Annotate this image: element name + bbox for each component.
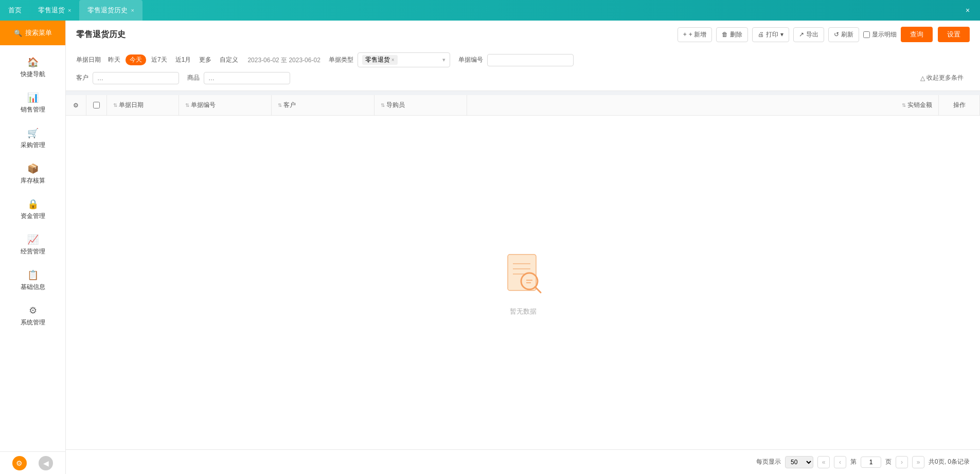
export-label: 导出 [806,30,818,39]
customer-input[interactable] [93,72,179,84]
sort-guide-icon: ⇅ [381,102,385,108]
search-icon: 🔍 [14,29,22,37]
sidebar-item-operations[interactable]: 📈 经营管理 [3,228,62,262]
collapse-label: 收起更多条件 [926,74,964,82]
gear-icon: ⚙ [73,102,79,109]
top-bar: 首页 零售退货 × 零售退货历史 × × [0,0,980,21]
system-mgmt-icon: ⚙ [29,305,37,316]
sidebar-item-sales-mgmt[interactable]: 📊 销售管理 [3,86,62,120]
sidebar-item-basic-info[interactable]: 📋 基础信息 [3,263,62,298]
tab-retail-return-history-close[interactable]: × [131,7,134,13]
th-customer-label: 客户 [283,101,296,110]
customer-label: 客户 [76,74,88,82]
main-layout: 🔍 搜索菜单 🏠 快捷导航 📊 销售管理 🛒 采购管理 📦 库存核算 🔒 [0,21,980,474]
date-btn-yesterday[interactable]: 昨天 [105,54,123,65]
th-guide[interactable]: ⇅ 导购员 [375,95,467,115]
sidebar-item-purchase-mgmt[interactable]: 🛒 采购管理 [3,121,62,156]
per-page-label: 每页显示 [756,458,781,466]
sidebar-item-quick-nav[interactable]: 🏠 快捷导航 [3,50,62,85]
tab-retail-return-history-label: 零售退货历史 [87,6,128,15]
print-icon: 🖨 [758,31,764,38]
sidebar-item-inventory[interactable]: 📦 库存核算 [3,157,62,191]
th-ops-label: 操作 [953,101,966,110]
new-button[interactable]: + + 新增 [678,27,712,42]
collapse-button[interactable]: △ 收起更多条件 [914,71,970,84]
prev-page-button[interactable]: ‹ [834,456,846,468]
sidebar-item-inventory-label: 库存核算 [21,176,45,185]
th-guide-label: 导购员 [386,101,405,110]
refresh-button[interactable]: ↺ 刷新 [828,27,859,42]
sidebar-item-quick-nav-label: 快捷导航 [21,70,45,79]
date-btn-1month[interactable]: 近1月 [172,54,194,65]
doc-type-select[interactable]: 零售退货 × ▾ [358,52,450,67]
show-detail-checkbox[interactable] [863,31,870,38]
next-page-button[interactable]: › [896,456,908,468]
doc-type-tag: 零售退货 × [362,55,398,65]
th-docno[interactable]: ⇅ 单据编号 [179,95,272,115]
filter-area: 单据日期 昨天 今天 近7天 近1月 更多 自定义 2023-06-02 至 2… [76,48,970,90]
th-checkbox[interactable] [86,95,107,115]
sales-icon: 📊 [27,92,39,103]
sidebar-bottom: ⚙ ◀ [0,451,65,474]
page-input[interactable] [861,457,881,468]
sidebar-item-system-mgmt-label: 系统管理 [21,318,45,327]
window-close-button[interactable]: × [964,6,972,14]
empty-state: 暂无数据 [66,116,980,449]
doc-no-input[interactable] [487,54,574,66]
sidebar-item-finance[interactable]: 🔒 资金管理 [3,192,62,227]
query-button[interactable]: 查询 [901,27,933,42]
th-ops: 操作 [939,95,980,115]
first-page-button[interactable]: « [817,456,830,468]
last-page-button[interactable]: » [912,456,924,468]
doc-type-tag-remove[interactable]: × [391,57,395,63]
th-date[interactable]: ⇅ 单据日期 [107,95,179,115]
tab-retail-return-close[interactable]: × [68,7,71,13]
sort-docno-icon: ⇅ [185,102,189,108]
goods-input[interactable] [204,72,290,84]
tab-home[interactable]: 首页 [0,0,30,21]
date-btn-7days[interactable]: 近7天 [148,54,170,65]
empty-text: 暂无数据 [510,307,537,316]
show-detail-label: 显示明细 [872,30,897,39]
sidebar: 🔍 搜索菜单 🏠 快捷导航 📊 销售管理 🛒 采购管理 📦 库存核算 🔒 [0,21,66,474]
page-size-select[interactable]: 20 50 100 [785,456,813,468]
setting-button[interactable]: 设置 [938,27,970,42]
sidebar-settings-button[interactable]: ⚙ [12,456,27,470]
delete-label: 删除 [730,30,742,39]
sidebar-item-finance-label: 资金管理 [21,212,45,221]
page-label: 第 [850,458,857,466]
doc-type-filter-group: 单据类型 零售退货 × ▾ [329,52,450,67]
doc-type-dropdown-icon: ▾ [442,57,446,63]
search-menu-button[interactable]: 🔍 搜索菜单 [0,21,65,45]
select-all-checkbox[interactable] [93,102,100,108]
date-shortcuts: 昨天 今天 近7天 近1月 更多 自定义 [105,54,241,65]
doc-type-label: 单据类型 [329,56,353,64]
print-label: 打印 [766,30,778,39]
doc-no-filter-group: 单据编号 [458,54,574,66]
tab-list: 首页 零售退货 × 零售退货历史 × [0,0,964,21]
date-filter-group: 单据日期 昨天 今天 近7天 近1月 更多 自定义 2023-06-02 至 2… [76,54,320,65]
refresh-label: 刷新 [841,30,853,39]
sort-date-icon: ⇅ [113,102,117,108]
sidebar-collapse-button[interactable]: ◀ [39,456,53,470]
print-button[interactable]: 🖨 打印 ▾ [752,27,789,42]
refresh-icon: ↺ [834,31,839,38]
export-button[interactable]: ↗ 导出 [793,27,824,42]
operations-icon: 📈 [27,234,39,245]
date-btn-custom[interactable]: 自定义 [217,54,241,65]
tab-retail-return-history[interactable]: 零售退货历史 × [79,0,142,21]
delete-button[interactable]: 🗑 删除 [716,27,748,42]
print-dropdown-icon: ▾ [780,31,783,38]
th-settings[interactable]: ⚙ [66,95,86,115]
th-amount[interactable]: ⇅ 实销金额 [877,95,939,115]
customer-filter-group: 客户 [76,72,179,84]
date-btn-more[interactable]: 更多 [196,54,215,65]
goods-filter-group: 商品 [187,72,290,84]
sidebar-item-system-mgmt[interactable]: ⚙ 系统管理 [3,299,62,333]
date-btn-today[interactable]: 今天 [126,54,146,65]
th-customer[interactable]: ⇅ 客户 [272,95,375,115]
th-docno-label: 单据编号 [191,101,216,110]
tab-retail-return[interactable]: 零售退货 × [30,0,79,21]
sidebar-items: 🏠 快捷导航 📊 销售管理 🛒 采购管理 📦 库存核算 🔒 资金管理 📈 [0,45,65,451]
sort-customer-icon: ⇅ [278,102,282,108]
